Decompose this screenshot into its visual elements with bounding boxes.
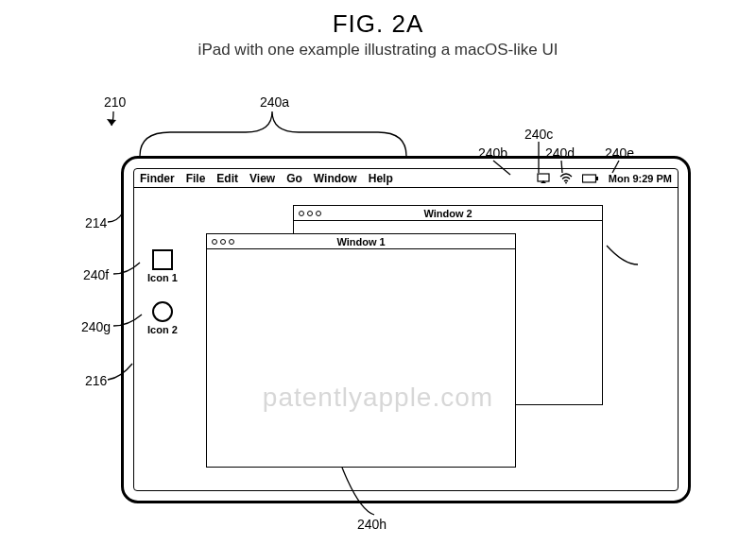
icon1-label: Icon 1 <box>147 272 178 283</box>
svg-point-2 <box>565 181 567 183</box>
figure-subtitle: iPad with one example illustrating a mac… <box>0 41 756 60</box>
traffic-light-icon[interactable] <box>212 239 217 245</box>
ref-240h: 240h <box>357 517 387 532</box>
window-2-titlebar[interactable]: Window 2 <box>294 206 602 221</box>
menubar: Finder File Edit View Go Window Help Mon… <box>134 169 678 188</box>
traffic-light-icon[interactable] <box>307 211 313 216</box>
wifi-icon[interactable] <box>559 173 573 184</box>
screen: Finder File Edit View Go Window Help Mon… <box>133 168 679 491</box>
traffic-light-icon[interactable] <box>220 239 226 245</box>
window-1-title: Window 1 <box>336 236 385 247</box>
window-1-titlebar[interactable]: Window 1 <box>207 234 515 249</box>
desktop-icon-1[interactable]: Icon 1 <box>147 249 178 283</box>
desktop-icon-2[interactable]: Icon 2 <box>147 301 178 335</box>
ref-240c: 240c <box>524 127 553 142</box>
icon2-label: Icon 2 <box>147 324 178 335</box>
svg-rect-3 <box>582 175 595 182</box>
menu-go[interactable]: Go <box>286 172 302 185</box>
ref-240f: 240f <box>83 267 109 282</box>
traffic-light-icon[interactable] <box>229 239 234 245</box>
menu-window[interactable]: Window <box>314 172 357 185</box>
figure-title: FIG. 2A <box>0 9 756 39</box>
window-2-title: Window 2 <box>423 208 472 219</box>
ref-240a: 240a <box>260 94 289 110</box>
menu-help[interactable]: Help <box>369 172 393 185</box>
ref-214: 214 <box>85 215 107 230</box>
menu-finder[interactable]: Finder <box>140 172 175 185</box>
menu-view[interactable]: View <box>249 172 275 185</box>
menu-file[interactable]: File <box>186 172 206 185</box>
svg-rect-4 <box>596 177 598 180</box>
svg-marker-5 <box>107 119 116 126</box>
circle-icon <box>152 301 173 322</box>
clock: Mon 9:29 PM <box>609 173 672 184</box>
square-icon <box>152 249 173 270</box>
window-1[interactable]: Window 1 <box>206 233 516 468</box>
ref-240g: 240g <box>81 319 111 334</box>
ref-216: 216 <box>85 373 107 388</box>
traffic-light-icon[interactable] <box>316 211 321 216</box>
ipad-device: Finder File Edit View Go Window Help Mon… <box>121 156 691 503</box>
battery-icon[interactable] <box>582 174 599 183</box>
traffic-light-icon[interactable] <box>299 211 304 216</box>
ref-210: 210 <box>104 94 126 110</box>
svg-rect-0 <box>538 174 549 181</box>
menu-edit[interactable]: Edit <box>216 172 238 185</box>
airplay-icon[interactable] <box>537 173 550 184</box>
